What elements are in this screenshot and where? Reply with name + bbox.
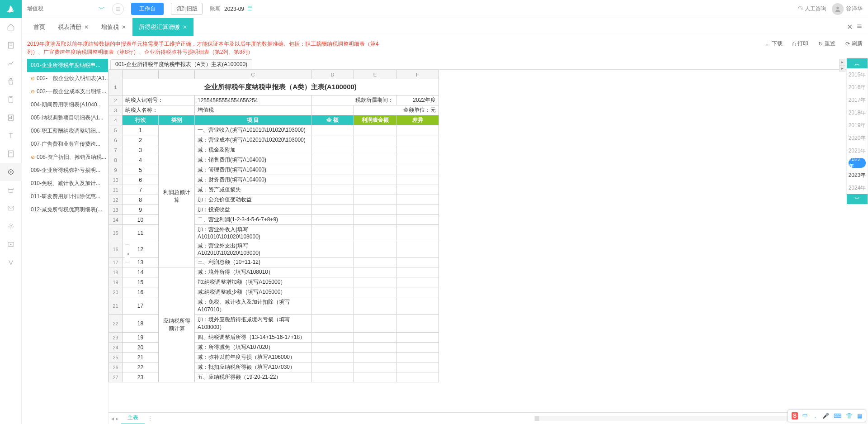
tab-首页[interactable]: 首页 <box>27 18 52 36</box>
cell-amount[interactable] <box>311 145 354 155</box>
cell-amount[interactable] <box>311 297 354 315</box>
cell-diff[interactable] <box>396 195 439 205</box>
reset-button[interactable]: ↻ 重置 <box>818 40 835 48</box>
nav-archive-icon[interactable] <box>0 181 22 199</box>
nav-tax-icon[interactable] <box>0 163 22 181</box>
cell-diff[interactable] <box>396 205 439 215</box>
cell-amount[interactable] <box>311 165 354 175</box>
sheet-expand-icon[interactable]: ▸ <box>839 59 845 65</box>
cell-diff[interactable] <box>396 241 439 257</box>
year-item[interactable]: 2022年 <box>849 158 866 168</box>
cell-lrb[interactable] <box>354 343 396 353</box>
tree-item[interactable]: 001-企业所得税年度纳税申... <box>27 59 108 72</box>
download-button[interactable]: ⭳ 下载 <box>764 40 783 48</box>
close-icon[interactable]: ✕ <box>183 24 187 30</box>
workspace-button[interactable]: 工作台 <box>131 3 164 15</box>
tree-item[interactable]: 009-企业所得税弥补亏损明... <box>27 164 108 177</box>
cell-amount[interactable] <box>311 155 354 165</box>
nav-doc-icon[interactable] <box>0 36 22 54</box>
cell-amount[interactable] <box>311 277 354 287</box>
tree-item[interactable]: ⊘002-一般企业收入明细表(A1... <box>27 72 108 85</box>
cell-lrb[interactable] <box>354 315 396 333</box>
ime-skin-icon[interactable]: 👕 <box>846 413 853 419</box>
nav-report-icon[interactable] <box>0 109 22 127</box>
tree-item[interactable]: ⊘008-资产折旧、摊销及纳税... <box>27 151 108 164</box>
cell-amount[interactable] <box>311 257 354 267</box>
nav-mail-icon[interactable] <box>0 199 22 217</box>
cell-diff[interactable] <box>396 362 439 372</box>
support-link[interactable]: 人工咨询 <box>797 5 826 13</box>
year-item[interactable]: 2019年 <box>847 119 868 132</box>
cell-lrb[interactable] <box>354 215 396 225</box>
nav-settings-icon[interactable] <box>0 217 22 235</box>
cell-diff[interactable] <box>396 145 439 155</box>
refresh-button[interactable]: ⟳ 刷新 <box>845 40 863 48</box>
year-item[interactable]: 2020年 <box>847 132 868 144</box>
list-icon[interactable] <box>112 3 124 15</box>
cell-amount[interactable] <box>311 241 354 257</box>
cell-amount[interactable] <box>311 185 354 195</box>
cell-lrb[interactable] <box>354 257 396 267</box>
cell-diff[interactable] <box>396 343 439 353</box>
year-item[interactable]: 2016年 <box>847 81 868 94</box>
year-item[interactable]: 2018年 <box>847 106 868 119</box>
user-avatar[interactable] <box>832 3 844 15</box>
cell-diff[interactable] <box>396 155 439 165</box>
close-icon[interactable]: ✕ <box>122 24 126 30</box>
nav-calc-icon[interactable] <box>0 145 22 163</box>
tab-menu-icon[interactable] <box>856 23 863 31</box>
nav-home-icon[interactable] <box>0 18 22 36</box>
cell-amount[interactable] <box>311 225 354 241</box>
cell-amount[interactable] <box>311 135 354 145</box>
cell-lrb[interactable] <box>354 145 396 155</box>
nav-text-icon[interactable] <box>0 127 22 145</box>
cell-amount[interactable] <box>311 315 354 333</box>
cell-diff[interactable] <box>396 372 439 382</box>
year-item[interactable]: 2024年 <box>847 181 868 194</box>
cell-lrb[interactable] <box>354 241 396 257</box>
cell-lrb[interactable] <box>354 155 396 165</box>
cell-diff[interactable] <box>396 225 439 241</box>
cell-lrb[interactable] <box>354 287 396 297</box>
sheet-nav[interactable]: ◂▸ <box>108 415 121 422</box>
cell-diff[interactable] <box>396 135 439 145</box>
calendar-icon[interactable] <box>247 5 253 13</box>
cell-amount[interactable] <box>311 287 354 297</box>
cell-diff[interactable] <box>396 257 439 267</box>
tab-税表清册[interactable]: 税表清册✕ <box>52 18 95 36</box>
year-item[interactable]: 2017年 <box>847 94 868 106</box>
cell-lrb[interactable] <box>354 175 396 185</box>
cell-lrb[interactable] <box>354 372 396 382</box>
tab-增值税[interactable]: 增值税✕ <box>95 18 132 36</box>
ime-punct[interactable]: ， <box>812 412 818 420</box>
tree-item[interactable]: 011-研发费用加计扣除优惠... <box>27 190 108 203</box>
cell-amount[interactable] <box>311 343 354 353</box>
cell-diff[interactable] <box>396 353 439 362</box>
ime-tool-icon[interactable]: ▦ <box>857 413 862 419</box>
cell-diff[interactable] <box>396 315 439 333</box>
cell-amount[interactable] <box>311 125 354 135</box>
year-item[interactable]: 2021年 <box>847 144 868 157</box>
cell-amount[interactable] <box>311 205 354 215</box>
print-button[interactable]: ⎙ 打印 <box>793 40 808 48</box>
cell-lrb[interactable] <box>354 185 396 195</box>
ime-toolbar[interactable]: S 中 ， 🎤 ⌨ 👕 ▦ <box>788 410 866 422</box>
company-select[interactable]: 增值税 ﹀ <box>27 5 108 13</box>
cell-diff[interactable] <box>396 333 439 343</box>
cell-lrb[interactable] <box>354 297 396 315</box>
cell-amount[interactable] <box>311 372 354 382</box>
ime-keyboard-icon[interactable]: ⌨ <box>834 413 841 419</box>
cell-lrb[interactable] <box>354 277 396 287</box>
cell-diff[interactable] <box>396 185 439 195</box>
year-up-icon[interactable]: ︽ <box>847 58 868 68</box>
cell-diff[interactable] <box>396 175 439 185</box>
tree-item[interactable]: 006-职工薪酬纳税调整明细... <box>27 124 108 138</box>
nav-video-icon[interactable] <box>0 235 22 253</box>
spreadsheet[interactable]: CDEF1企业所得税年度纳税申报表（A类）主表(A100000)2纳税人识别号：… <box>108 70 863 412</box>
cell-lrb[interactable] <box>354 225 396 241</box>
cell-lrb[interactable] <box>354 165 396 175</box>
nav-bag-icon[interactable] <box>0 72 22 91</box>
tree-item[interactable]: 004-期间费用明细表(A1040... <box>27 98 108 111</box>
cell-lrb[interactable] <box>354 267 396 277</box>
cell-diff[interactable] <box>396 287 439 297</box>
